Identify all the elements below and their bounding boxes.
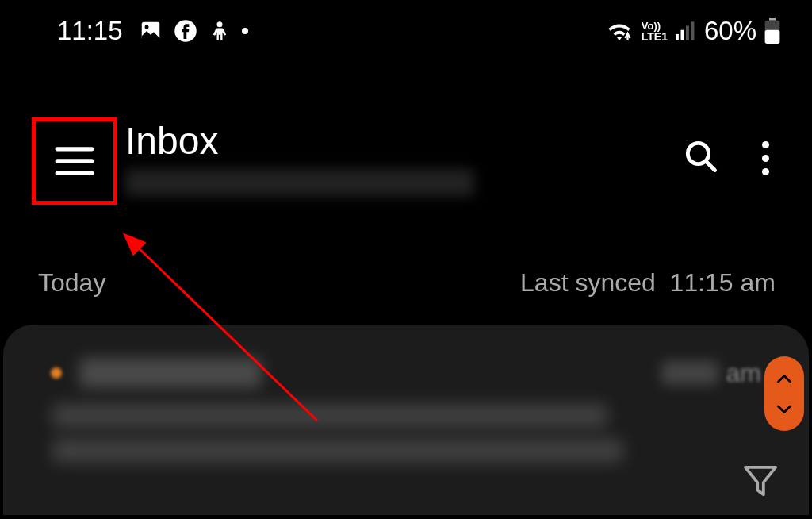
svg-rect-5 (680, 30, 684, 40)
battery-icon (764, 18, 780, 44)
lte-label: Vo)) LTE1 (642, 21, 668, 42)
facebook-icon (174, 19, 197, 43)
email-time: am (661, 359, 761, 388)
search-icon (684, 140, 718, 173)
email-list-item[interactable]: am (3, 325, 809, 515)
header-title-group: Inbox (125, 117, 676, 196)
kebab-dot-icon (762, 168, 769, 175)
email-header-row: am (51, 358, 761, 388)
app-header: Inbox (0, 54, 812, 229)
battery-percentage: 60% (704, 16, 756, 46)
notification-dot-icon (242, 28, 248, 34)
svg-point-1 (144, 25, 148, 29)
search-button[interactable] (684, 140, 718, 176)
unread-indicator-icon (51, 367, 62, 379)
filter-icon (742, 464, 779, 498)
menu-button[interactable] (32, 117, 117, 205)
sender-name-blurred (79, 358, 262, 388)
svg-point-3 (216, 21, 222, 27)
account-email-blurred (125, 169, 474, 196)
svg-rect-4 (676, 34, 679, 40)
scroll-handle[interactable] (764, 356, 804, 431)
gallery-icon (139, 19, 163, 43)
email-preview-line-blurred (52, 439, 623, 463)
email-preview-line-blurred (52, 404, 607, 428)
status-time: 11:15 (57, 16, 123, 46)
svg-rect-7 (691, 21, 694, 40)
sync-status: Last synced 11:15 am (520, 268, 776, 298)
svg-rect-6 (686, 26, 689, 40)
list-section-header: Today Last synced 11:15 am (0, 229, 812, 313)
signal-icon (676, 21, 696, 40)
kebab-dot-icon (762, 141, 769, 148)
svg-line-15 (707, 162, 715, 171)
prayer-icon (209, 20, 231, 42)
status-left: 11:15 (57, 16, 248, 46)
hamburger-icon (54, 140, 95, 182)
email-time-number-blurred (661, 361, 718, 385)
svg-rect-8 (769, 18, 776, 21)
chevron-down-icon (777, 404, 791, 413)
status-bar: 11:15 Vo)) LTE1 60% (0, 0, 812, 54)
wifi-icon (605, 19, 634, 43)
svg-rect-10 (765, 30, 780, 44)
section-label: Today (38, 268, 105, 298)
status-right: Vo)) LTE1 60% (605, 16, 780, 46)
chevron-up-icon (777, 375, 791, 384)
header-actions (684, 117, 776, 176)
kebab-dot-icon (762, 155, 769, 162)
filter-button[interactable] (742, 464, 779, 501)
more-options-button[interactable] (756, 141, 776, 175)
page-title: Inbox (125, 119, 676, 163)
